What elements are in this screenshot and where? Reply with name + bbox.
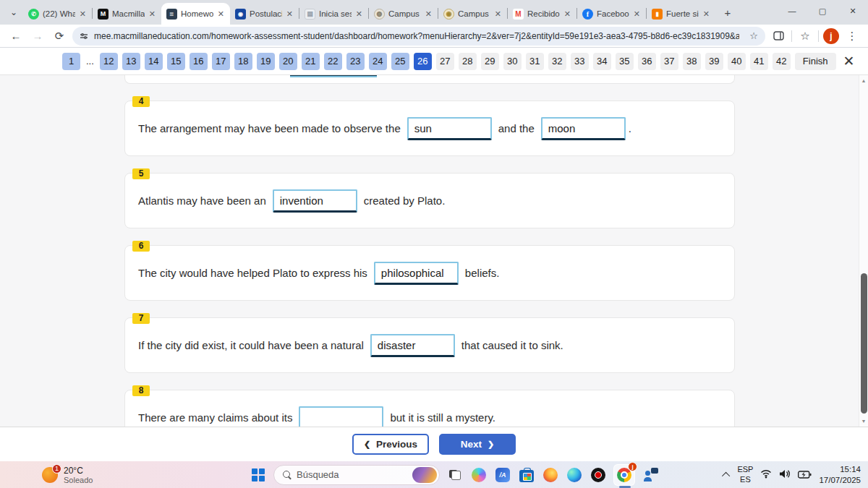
bookmark-sparkle-icon[interactable]: ☆: [796, 27, 814, 45]
window-maximize-button[interactable]: ▢: [807, 0, 838, 22]
question-nav-item-31[interactable]: 31: [526, 53, 544, 70]
window-minimize-button[interactable]: —: [777, 0, 807, 22]
question-nav-item-32[interactable]: 32: [548, 53, 566, 70]
tab-close-icon[interactable]: ✕: [286, 9, 294, 19]
browser-tab-postulacion[interactable]: Postulació ✕: [230, 3, 299, 25]
question-nav-item-16[interactable]: 16: [190, 53, 208, 70]
page-scrollbar[interactable]: ▲ ▼: [859, 75, 868, 427]
tab-close-icon[interactable]: ✕: [494, 9, 502, 19]
browser-tab-fuerte[interactable]: Fuerte sism ✕: [647, 3, 715, 25]
browser-tab-homework-active[interactable]: Homework ✕: [161, 3, 230, 25]
new-tab-button[interactable]: +: [718, 3, 737, 22]
question-nav-item-38[interactable]: 38: [683, 53, 701, 70]
browser-tab-gmail[interactable]: Recibidos ✕: [508, 3, 576, 25]
assessment-close-icon[interactable]: ✕: [841, 53, 858, 69]
answer-input[interactable]: [374, 262, 459, 285]
question-nav-item-12[interactable]: 12: [100, 53, 118, 70]
address-bar[interactable]: mee.macmillaneducation.com/homework-asse…: [72, 27, 765, 46]
microsoft-store-button[interactable]: [518, 466, 535, 484]
question-nav-item-17[interactable]: 17: [212, 53, 230, 70]
question-nav-item-42[interactable]: 42: [773, 53, 791, 70]
tab-close-icon[interactable]: ✕: [633, 9, 641, 19]
tab-close-icon[interactable]: ✕: [217, 9, 225, 19]
next-button[interactable]: Next ❯: [439, 434, 516, 455]
tab-close-icon[interactable]: ✕: [563, 9, 571, 19]
contacts-app-button[interactable]: [642, 466, 659, 484]
question-nav-item-41[interactable]: 41: [750, 53, 768, 70]
question-nav-item-35[interactable]: 35: [616, 53, 634, 70]
question-nav-item-14[interactable]: 14: [145, 53, 163, 70]
question-nav-item-25[interactable]: 25: [391, 53, 409, 70]
scroll-down-arrow-icon[interactable]: ▼: [859, 419, 868, 424]
taskbar-search-box[interactable]: Búsqueda: [273, 465, 440, 485]
previous-button[interactable]: ❮ Previous: [352, 434, 429, 455]
question-nav-item-33[interactable]: 33: [571, 53, 589, 70]
finish-button[interactable]: Finish: [795, 53, 836, 70]
answer-input[interactable]: [407, 117, 492, 140]
answer-input[interactable]: [370, 334, 455, 357]
tab-close-icon[interactable]: ✕: [355, 9, 363, 19]
scrollbar-thumb[interactable]: [861, 273, 867, 414]
question-nav-item-1[interactable]: 1: [62, 53, 80, 70]
question-nav-item-13[interactable]: 13: [122, 53, 140, 70]
start-button[interactable]: [250, 466, 267, 484]
forward-button[interactable]: →: [29, 27, 46, 45]
language-indicator[interactable]: ESP ES: [737, 465, 753, 485]
answer-input[interactable]: [541, 117, 626, 140]
question-nav-item-23[interactable]: 23: [346, 53, 365, 70]
question-nav-item-19[interactable]: 19: [257, 53, 275, 70]
tray-chevron-up-icon[interactable]: [722, 471, 730, 479]
question-nav-item-15[interactable]: 15: [167, 53, 185, 70]
copilot-button[interactable]: [470, 466, 488, 484]
tab-close-icon[interactable]: ✕: [425, 9, 433, 19]
question-nav-item-26[interactable]: 26: [414, 53, 432, 70]
tab-close-icon[interactable]: ✕: [702, 9, 710, 19]
browser-tab-facebook[interactable]: Facebook ✕: [577, 3, 646, 25]
chrome-button-active[interactable]: j: [613, 464, 635, 486]
browser-tab-inicia-sesion[interactable]: Inicia sesió ✕: [299, 3, 368, 25]
battery-icon[interactable]: [798, 468, 812, 481]
answer-input[interactable]: [273, 189, 357, 213]
edge-button[interactable]: [566, 466, 583, 484]
question-nav-item-37[interactable]: 37: [660, 53, 678, 70]
menu-kebab-icon[interactable]: ⋮: [843, 27, 861, 45]
taskbar-clock[interactable]: 15:14 17/07/2025: [819, 464, 861, 486]
window-close-button[interactable]: ✕: [838, 0, 868, 22]
tab-close-icon[interactable]: ✕: [79, 9, 87, 19]
weather-widget[interactable]: 1 20°C Soleado: [0, 466, 93, 484]
question-nav-item-18[interactable]: 18: [234, 53, 252, 70]
media-app-button[interactable]: [590, 466, 607, 484]
back-button[interactable]: ←: [7, 27, 25, 45]
reload-button[interactable]: ⟳: [51, 27, 68, 45]
question-nav-item-21[interactable]: 21: [302, 53, 320, 70]
question-nav-item-36[interactable]: 36: [638, 53, 656, 70]
slash-a-app-button[interactable]: /A: [494, 466, 511, 484]
question-nav-item-28[interactable]: 28: [459, 53, 477, 70]
volume-icon[interactable]: [779, 468, 791, 481]
browser-tab-whatsapp[interactable]: (22) Whats ✕: [23, 3, 92, 25]
browser-tab-strip: ⌄ (22) Whats ✕ Macmillan ✕ Homework ✕ Po…: [0, 0, 868, 25]
wifi-icon[interactable]: [760, 468, 772, 481]
firefox-button[interactable]: [542, 466, 559, 484]
task-view-button[interactable]: [446, 466, 464, 484]
bookmark-star-icon[interactable]: ☆: [745, 27, 762, 45]
question-nav-item-22[interactable]: 22: [324, 53, 342, 70]
answer-input[interactable]: [299, 406, 383, 427]
browser-tab-macmillan[interactable]: Macmillan ✕: [93, 3, 161, 25]
browser-tab-campus-1[interactable]: Campus Vi ✕: [369, 3, 438, 25]
site-info-icon[interactable]: [80, 32, 88, 40]
side-panel-icon[interactable]: [770, 27, 787, 45]
profile-avatar[interactable]: j: [823, 28, 839, 44]
tab-search-chevron-icon[interactable]: ⌄: [4, 3, 23, 22]
question-nav-item-24[interactable]: 24: [369, 53, 387, 70]
question-nav-item-40[interactable]: 40: [728, 53, 746, 70]
question-nav-item-29[interactable]: 29: [481, 53, 499, 70]
question-nav-item-34[interactable]: 34: [593, 53, 611, 70]
question-nav-item-27[interactable]: 27: [436, 53, 454, 70]
tab-close-icon[interactable]: ✕: [148, 9, 156, 19]
browser-tab-campus-2[interactable]: Campus Vi ✕: [438, 3, 507, 25]
question-nav-item-30[interactable]: 30: [503, 53, 522, 70]
scroll-up-arrow-icon[interactable]: ▲: [859, 78, 868, 83]
question-nav-item-39[interactable]: 39: [705, 53, 723, 70]
question-nav-item-20[interactable]: 20: [279, 53, 297, 70]
